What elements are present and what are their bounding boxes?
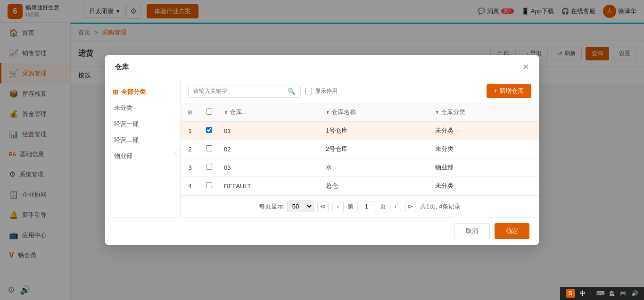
row-checkbox[interactable] — [199, 158, 218, 177]
taskbar: S 中 · ⌨ 盘 🎮 🔊 — [560, 287, 644, 300]
page-unit: 页 — [380, 202, 386, 211]
next-page-button[interactable]: › — [390, 201, 401, 212]
show-disabled-label: 显示停用 — [315, 87, 338, 95]
row-name: 1号仓库 — [320, 122, 429, 140]
total-info: 共1页, 4条记录 — [420, 202, 461, 211]
row-checkbox[interactable] — [199, 122, 218, 140]
cancel-button[interactable]: 取消 — [454, 223, 490, 239]
row-name: 水 — [320, 158, 429, 177]
col-checkbox — [199, 103, 218, 122]
all-categories-item[interactable]: ⊞ 全部分类 — [105, 84, 180, 100]
sort-icon-name: ⬆ — [326, 110, 330, 115]
sort-icon-cat: ⬆ — [435, 110, 439, 115]
row-code: DEFAULT — [218, 177, 320, 195]
row-name: 2号仓库 — [320, 140, 429, 158]
row-checkbox[interactable] — [199, 177, 218, 195]
table-row[interactable]: 3 03 水 物业部 — [181, 158, 539, 177]
col-name: ⬆ 仓库名称 — [320, 103, 429, 122]
row-num: 3 — [181, 158, 199, 177]
table-toolbar: 🔍 显示停用 + 新增仓库 — [181, 79, 539, 103]
table-row[interactable]: 1 01 1号仓库 未分类 ··· — [181, 122, 539, 140]
category-item-1[interactable]: 经营一部 — [105, 116, 180, 132]
category-item-0[interactable]: 未分类 — [105, 100, 180, 116]
taskbar-volume: 🔊 — [631, 290, 638, 297]
row-category: 未分类 ··· — [429, 122, 539, 140]
row-code: 02 — [218, 140, 320, 158]
show-disabled-checkbox[interactable] — [305, 88, 312, 94]
modal-title: 仓库 — [115, 63, 129, 72]
per-page-label: 每页显示 — [259, 202, 283, 211]
table-row[interactable]: 2 02 2号仓库 未分类 — [181, 140, 539, 158]
row-num: 2 — [181, 140, 199, 158]
add-warehouse-button[interactable]: + 新增仓库 — [487, 84, 531, 98]
search-input[interactable] — [189, 85, 283, 97]
modal-close-button[interactable]: ✕ — [522, 62, 529, 72]
taskbar-zh: 中 — [580, 290, 586, 298]
last-page-button[interactable]: ⊳ — [405, 201, 416, 212]
taskbar-dot: · — [590, 290, 592, 297]
category-item-3[interactable]: 物业部 — [105, 148, 180, 164]
confirm-button[interactable]: 确定 — [495, 223, 529, 239]
modal-footer: 取消 确定 — [105, 217, 539, 245]
search-wrap: 🔍 — [188, 85, 301, 98]
modal-body: ⊞ 全部分类 未分类 经营一部 经营二部 物业部 《 🔍 显示停用 + 新增 — [105, 79, 539, 217]
category-panel: ⊞ 全部分类 未分类 经营一部 经营二部 物业部 《 — [105, 79, 181, 217]
grid-icon: ⊞ — [113, 88, 118, 96]
table-row[interactable]: 4 DEFAULT 总仓 未分类 — [181, 177, 539, 195]
page-number-input[interactable] — [357, 201, 376, 212]
row-code: 01 — [218, 122, 320, 140]
row-action-menu[interactable]: ··· — [455, 127, 461, 134]
prev-page-button[interactable]: ‹ — [332, 201, 344, 212]
row-name: 总仓 — [320, 177, 429, 195]
col-category: ⬆ 仓库分类 — [429, 103, 539, 122]
taskbar-keyboard: ⌨ — [596, 290, 604, 297]
row-category: 未分类 — [429, 177, 539, 195]
table-panel: 🔍 显示停用 + 新增仓库 ⚙ ⬆ 仓库... ⬆ 仓库名称 — [181, 79, 539, 217]
pagination: 每页显示 50 10 20 100 ⊲ ‹ 第 页 › ⊳ 共1页, 4条记录 — [181, 195, 539, 217]
first-page-button[interactable]: ⊲ — [317, 201, 329, 212]
taskbar-layout: 盘 — [609, 290, 615, 298]
row-code: 03 — [218, 158, 320, 177]
row-num: 1 — [181, 122, 199, 140]
warehouse-table: ⚙ ⬆ 仓库... ⬆ 仓库名称 ⬆ 仓库分类 1 01 1号仓库 未分类 ··… — [181, 103, 539, 195]
taskbar-game: 🎮 — [619, 290, 627, 297]
sort-icon: ⬆ — [224, 110, 228, 115]
warehouse-modal: 仓库 ✕ ⊞ 全部分类 未分类 经营一部 经营二部 物业部 《 🔍 — [105, 55, 539, 245]
per-page-select[interactable]: 50 10 20 100 — [287, 200, 314, 212]
s-logo: S — [566, 289, 575, 298]
show-disabled-wrap: 显示停用 — [305, 87, 338, 95]
row-category: 物业部 — [429, 158, 539, 177]
col-code: ⬆ 仓库... — [218, 103, 320, 122]
row-category: 未分类 — [429, 140, 539, 158]
col-settings: ⚙ — [181, 103, 199, 122]
category-item-2[interactable]: 经营二部 — [105, 132, 180, 148]
page-label: 第 — [347, 202, 354, 211]
row-num: 4 — [181, 177, 199, 195]
all-categories-label: 全部分类 — [121, 88, 146, 96]
modal-header: 仓库 ✕ — [105, 55, 539, 79]
search-button[interactable]: 🔍 — [283, 85, 300, 97]
select-all-checkbox[interactable] — [206, 108, 212, 115]
row-checkbox[interactable] — [199, 140, 218, 158]
